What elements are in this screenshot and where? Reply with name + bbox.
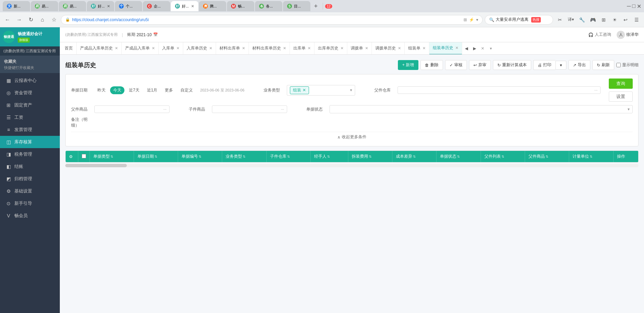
period-selector[interactable]: 账期 2021-10 📅 xyxy=(127,32,158,38)
tab-close-transfer-history[interactable]: ✕ xyxy=(398,46,401,51)
th-child-warehouse[interactable]: 子件仓库 ⇅ xyxy=(266,151,310,162)
close-btn[interactable]: ✕ xyxy=(637,3,641,10)
tab-close-transfer[interactable]: ✕ xyxy=(365,46,368,51)
select-all-checkbox[interactable] xyxy=(82,154,86,158)
th-date[interactable]: 单据日期 ⇅ xyxy=(134,151,178,162)
grid-icon[interactable]: ⊞ xyxy=(599,15,608,25)
th-dismantle-cost[interactable]: 拆装费用 ⇅ xyxy=(348,151,392,162)
sidebar-item-guide[interactable]: ⊙ 新手引导 xyxy=(0,197,60,210)
tab-left-btn[interactable]: ◀ xyxy=(462,44,470,53)
tab-close-assembly[interactable]: ✕ xyxy=(422,46,426,51)
recalculate-button[interactable]: ↻ 重新计算成本 xyxy=(493,60,531,70)
th-type[interactable]: 单据类型 ⇅ xyxy=(90,151,134,162)
new-tab-button[interactable]: + xyxy=(311,1,321,11)
browser-tab-9[interactable]: M 畅... xyxy=(227,1,254,11)
address-qr-icon[interactable]: ⊞ xyxy=(464,17,467,22)
date-btn-today[interactable]: 今天 xyxy=(110,86,124,94)
new-button[interactable]: + 新增 xyxy=(398,60,418,70)
tab-material-out-history[interactable]: 材料出库单历史 ✕ xyxy=(249,42,290,55)
horizontal-scrollbar[interactable] xyxy=(65,164,639,167)
th-cost-diff[interactable]: 成本差异 ⇅ xyxy=(392,151,437,162)
date-btn-1month[interactable]: 近1月 xyxy=(144,86,161,94)
address-bolt-icon[interactable]: ⚡ xyxy=(469,17,474,22)
th-parent-list[interactable]: 父件列表 ⇅ xyxy=(481,151,525,162)
tab-inbound[interactable]: 入库单 ✕ xyxy=(159,42,183,55)
date-btn-custom[interactable]: 自定义 xyxy=(177,86,196,94)
abandon-button[interactable]: ↩ 弃审 xyxy=(469,60,491,70)
tab-transfer[interactable]: 调拨单 ✕ xyxy=(347,42,372,55)
tab-close-inbound-history[interactable]: ✕ xyxy=(209,46,212,51)
browser-tab-8[interactable]: 腾 腾... xyxy=(199,1,226,11)
sidebar-item-archive[interactable]: ◩ 归档管理 xyxy=(0,173,60,185)
tab-assembly-history[interactable]: 组装单历史 ✕ xyxy=(429,42,462,55)
sidebar-item-tax[interactable]: ◨ 税务管理 xyxy=(0,148,60,160)
th-status[interactable]: 单据状态 ⇅ xyxy=(437,151,481,162)
child-item-input[interactable]: ··· xyxy=(212,105,287,113)
user-menu[interactable]: 人 徐泽华 xyxy=(617,31,639,39)
tab-finished-history[interactable]: 产成品入库单历史 ✕ xyxy=(77,42,122,55)
order-status-chevron[interactable]: ▾ xyxy=(628,107,630,112)
tab-close-7[interactable]: ✕ xyxy=(191,4,194,9)
browser-tab-5[interactable]: 个 个... xyxy=(115,1,142,11)
refresh-button-page[interactable]: ↻ 刷新 xyxy=(592,60,614,70)
tab-close-assembly-history[interactable]: ✕ xyxy=(455,46,458,50)
browser-tab-10[interactable]: 各 各... xyxy=(255,1,282,11)
address-chevron-icon[interactable]: ▾ xyxy=(476,17,478,22)
browser-tab-3[interactable]: 易 易... xyxy=(59,1,86,11)
child-item-dots[interactable]: ··· xyxy=(281,107,284,111)
tab-outbound-history[interactable]: 出库单历史 ✕ xyxy=(314,42,347,55)
tab-close-outbound-history[interactable]: ✕ xyxy=(340,46,344,51)
th-parent-item[interactable]: 父件商品 ⇅ xyxy=(525,151,569,162)
maximize-btn[interactable]: □ xyxy=(632,3,635,10)
sidebar-item-invoice[interactable]: ≡ 发票管理 xyxy=(0,124,60,136)
tab-close-all-btn[interactable]: ✕ xyxy=(479,44,487,53)
address-bar[interactable]: 🔒 https://cloud.chanjet.com/accounting/u… xyxy=(61,15,483,25)
order-status-select[interactable]: ▾ xyxy=(330,105,633,113)
forward-button[interactable]: → xyxy=(14,15,24,25)
th-unit[interactable]: 计量单位 ⇅ xyxy=(569,151,613,162)
tab-close-inbound[interactable]: ✕ xyxy=(176,46,179,51)
sidebar-item-reports[interactable]: ▦ 云报表中心 xyxy=(0,74,60,87)
tab-finished[interactable]: 产成品入库单 ✕ xyxy=(122,42,159,55)
sidebar-item-salary[interactable]: ☰ 工资 xyxy=(0,111,60,124)
sidebar-item-funds[interactable]: ◎ 资金管理 xyxy=(0,87,60,99)
query-button[interactable]: 查询 xyxy=(609,79,633,89)
th-biz-type[interactable]: 业务类型 ⇅ xyxy=(222,151,266,162)
calendar-icon[interactable]: 📅 xyxy=(153,32,158,37)
bookmark-button[interactable]: ☆ xyxy=(49,15,59,25)
biz-type-dropdown-icon[interactable]: ▾ xyxy=(350,88,352,93)
th-checkbox[interactable] xyxy=(78,151,90,162)
parent-warehouse-input[interactable]: ··· xyxy=(398,86,601,94)
parent-item-dots[interactable]: ··· xyxy=(163,107,166,111)
scroll-thumb[interactable] xyxy=(65,164,127,167)
undo-icon[interactable]: ↩ xyxy=(621,15,630,25)
sidebar-item-member[interactable]: V 畅会员 xyxy=(0,210,60,222)
extension-icon[interactable]: 🔧 xyxy=(577,15,587,25)
browser-tab-6[interactable]: C 企... xyxy=(143,1,170,11)
column-settings-icon[interactable]: ⚙ xyxy=(69,154,73,159)
game-icon[interactable]: 🎮 xyxy=(588,15,598,25)
sidebar-item-inventory[interactable]: ◫ 库存核算 xyxy=(0,136,60,148)
tab-home[interactable]: 首页 xyxy=(61,42,77,55)
browser-tab-2[interactable]: 易 易... xyxy=(31,1,58,11)
th-settings[interactable]: ⚙ xyxy=(66,151,78,162)
show-detail-checkbox[interactable] xyxy=(616,63,621,67)
sidebar-item-assets[interactable]: ⊞ 固定资产 xyxy=(0,99,60,111)
parent-warehouse-dots[interactable]: ··· xyxy=(594,88,598,92)
company-selector[interactable]: (勿删勿禁用) 江西服宝测试专用 xyxy=(0,46,60,56)
tab-close-material-out[interactable]: ✕ xyxy=(242,46,245,51)
parent-item-input[interactable]: ··· xyxy=(94,105,170,113)
browser-tab-1[interactable]: 文 新... xyxy=(3,1,30,11)
tab-close-material-out-history[interactable]: ✕ xyxy=(283,46,286,51)
export-button[interactable]: ↗ 导出 xyxy=(568,60,590,70)
tab-close-finished[interactable]: ✕ xyxy=(152,46,155,51)
minimize-btn[interactable]: ─ xyxy=(627,3,631,10)
sidebar-item-closing[interactable]: ◧ 结账 xyxy=(0,160,60,173)
th-handler[interactable]: 经手人 ⇅ xyxy=(311,151,348,162)
translate-icon[interactable]: 译▾ xyxy=(566,15,576,25)
tab-inbound-history[interactable]: 入库单历史 ✕ xyxy=(183,42,216,55)
tab-right-btn[interactable]: ▶ xyxy=(470,44,479,53)
print-dropdown-button[interactable]: ▾ xyxy=(555,61,566,70)
date-btn-yesterday[interactable]: 昨天 xyxy=(94,86,109,94)
tab-transfer-history[interactable]: 调拨单历史 ✕ xyxy=(372,42,405,55)
